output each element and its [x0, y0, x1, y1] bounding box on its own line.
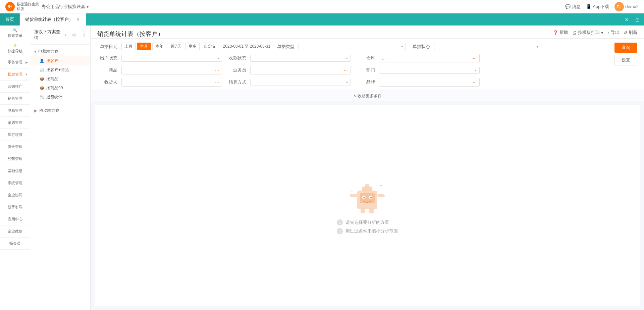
brand-dots-icon[interactable]: ··· — [473, 80, 477, 85]
panel-area: 按以下方案查询 + ⚙ 《 ▾ 电脑端方案 👤 按客户 📊 按客户+商品 📦 — [30, 25, 91, 310]
tab-bar-actions: ✕ ⊡ — [623, 15, 644, 23]
export-button[interactable]: ↑ 导出 — [607, 30, 620, 36]
header-title-arrow-icon[interactable]: ▾ — [87, 4, 89, 9]
sidebar-item-sales[interactable]: 销售管理 — [0, 93, 30, 105]
query-buttons: 查询 设置 — [614, 43, 637, 65]
receipt-status-arrow-icon: ▾ — [346, 56, 348, 60]
quick-nav-icon: ⚡ — [13, 44, 17, 48]
by-customer-icon: 👤 — [40, 59, 44, 63]
goods-dots-icon[interactable]: ··· — [215, 67, 219, 73]
print-button[interactable]: 🖨 按模板打印 ▾ — [572, 30, 603, 36]
content-area: 销货单统计表（按客户） ❓ 帮助 🖨 按模板打印 ▾ ↑ 导出 ↺ 刷新 — [91, 25, 644, 310]
panel-collapse-button[interactable]: 《 — [79, 32, 86, 38]
doc-type-select[interactable]: ▾ — [299, 43, 406, 50]
receiver-select[interactable]: ··· — [121, 78, 222, 87]
sidebar-item-retail[interactable]: 零售管理 ▶ — [0, 56, 30, 68]
refresh-button[interactable]: ↺ 刷新 — [624, 30, 637, 36]
date-btn-this-month[interactable]: 本月 — [137, 43, 151, 50]
sidebar-item-inventory[interactable]: 库存核算 — [0, 129, 30, 141]
svg-rect-6 — [350, 194, 357, 197]
brand-label: 品牌 — [355, 79, 375, 85]
search-menu-icon: 🔍 — [13, 28, 17, 33]
date-btn-more[interactable]: 更多 — [185, 43, 200, 50]
sidebar-item-operation[interactable]: 经营管理 — [0, 153, 30, 165]
sidebar-item-enterprise[interactable]: 企业协同 — [0, 189, 30, 201]
goods-select[interactable]: ··· — [121, 66, 222, 74]
tree-sub-item-return-stats[interactable]: 📉 退货统计 — [30, 93, 90, 102]
warehouse-dots-icon[interactable]: ··· — [473, 55, 477, 61]
svg-rect-11 — [365, 184, 369, 187]
tree-expand-icon: ▾ — [34, 49, 36, 54]
sidebar-item-basic[interactable]: 基础信息 — [0, 165, 30, 177]
date-btn-last-month[interactable]: 上月 — [121, 43, 136, 50]
date-label: 单据日期 — [97, 44, 117, 50]
tab-bar: 首页 销货单统计表（按客户） ✕ ✕ ⊡ — [0, 13, 644, 25]
chevron-right-icon: ▶ — [25, 61, 28, 64]
sidebar-item-appcenter[interactable]: 应用中心 — [0, 213, 30, 225]
message-icon: 💬 — [565, 4, 571, 9]
tab-sales-stats[interactable]: 销货单统计表（按客户） ✕ — [20, 13, 86, 25]
warehouse-select[interactable]: ... ··· — [379, 54, 480, 62]
collapse-icon: ∧ — [353, 93, 356, 99]
tree-sub-item-by-goods[interactable]: 📦 按商品 — [30, 74, 90, 84]
help-button[interactable]: ❓ 帮助 — [553, 30, 568, 36]
sidebar-item-ecommerce[interactable]: 电商管理 — [0, 105, 30, 117]
top-header: 好 畅捷通好生意 标版 办公用品行业模拟账套 ▾ 💬 消息 📱 App下载 Ea… — [0, 0, 644, 13]
user-menu-button[interactable]: Ea demo2 — [614, 2, 639, 11]
dept-arrow-icon: ▾ — [475, 68, 477, 72]
app-download-button[interactable]: 📱 App下载 — [586, 4, 609, 10]
sidebar-item-newbie[interactable]: 新手引导 — [0, 201, 30, 213]
tree-collapse-icon: ▶ — [34, 108, 37, 113]
receiver-label: 收货人 — [97, 79, 117, 85]
sidebar-item-wholesale[interactable]: 批发管理 ▼ — [0, 68, 30, 81]
filter-row-1: 单据日期 上月 本月 本年 近7天 更多 自定义 2023-03-01 至 20… — [97, 43, 610, 50]
tab-restore-button[interactable]: ⊡ — [633, 15, 641, 23]
tree-item-mobile[interactable]: ▶ 移动端方案 — [30, 106, 90, 115]
date-btn-last-7[interactable]: 近7天 — [168, 43, 184, 50]
query-button[interactable]: 查询 — [614, 43, 637, 53]
svg-rect-10 — [362, 187, 372, 191]
tab-close-icon[interactable]: ✕ — [75, 17, 80, 22]
brand-select[interactable]: ··· — [379, 78, 480, 87]
sidebar-item-finance[interactable]: 资金管理 — [0, 141, 30, 153]
message-button[interactable]: 💬 消息 — [565, 4, 581, 10]
date-btn-this-year[interactable]: 本年 — [152, 43, 166, 50]
tab-close-all-button[interactable]: ✕ — [623, 15, 631, 23]
salesman-label: 业务员 — [226, 67, 246, 73]
receiver-dots-icon[interactable]: ··· — [215, 80, 219, 85]
panel-add-button[interactable]: + — [62, 32, 69, 38]
tree-item-desktop[interactable]: ▾ 电脑端方案 — [30, 47, 90, 56]
settlement-label: 结算方式 — [226, 79, 246, 85]
sidebar-item-vip[interactable]: 畅会员 — [0, 238, 30, 250]
filter-row-4: 收货人 ··· 结算方式 ▾ 品牌 ··· — [97, 78, 610, 87]
tree-sub-item-by-customer[interactable]: 👤 按客户 — [30, 56, 90, 65]
out-status-select[interactable]: ▾ — [121, 55, 222, 62]
empty-tips: 1 请先选择要分析的方案 2 用过滤条件来缩小分析范围 — [337, 219, 398, 234]
sidebar: 🔍 搜索菜单 ⚡ 快捷导航 零售管理 ▶ 批发管理 ▼ 营销推广 销售管理 电商… — [0, 25, 30, 310]
tree-sub-item-by-customer-goods[interactable]: 📊 按客户+商品 — [30, 65, 90, 74]
panel-settings-button[interactable]: ⚙ — [71, 32, 77, 38]
dept-select[interactable]: ▾ — [379, 67, 480, 74]
tree-section-mobile: ▶ 移动端方案 — [30, 104, 90, 117]
collapse-more-button[interactable]: ∧ 收起更多条件 — [91, 91, 644, 101]
print-arrow-icon: ▾ — [601, 30, 603, 35]
tree-sub-item-by-goods-99[interactable]: 📦 按商品99 — [30, 84, 90, 93]
page-header-actions: ❓ 帮助 🖨 按模板打印 ▾ ↑ 导出 ↺ 刷新 — [553, 30, 638, 38]
sidebar-item-system[interactable]: 系统管理 — [0, 177, 30, 189]
filter-settings-button[interactable]: 设置 — [614, 55, 637, 65]
sidebar-item-wechat[interactable]: 企业微信 — [0, 225, 30, 238]
header-left: 好 畅捷通好生意 标版 办公用品行业模拟账套 ▾ — [5, 2, 89, 11]
sidebar-item-quick-nav[interactable]: ⚡ 快捷导航 — [0, 41, 30, 56]
filter-row-2: 出库状态 ▾ 收款状态 ▾ 仓库 ... ··· — [97, 54, 610, 62]
filter-fields: 单据日期 上月 本月 本年 近7天 更多 自定义 2023-03-01 至 20… — [97, 43, 610, 87]
sidebar-item-purchase[interactable]: 采购管理 — [0, 117, 30, 129]
receipt-status-select[interactable]: ▾ — [250, 55, 351, 62]
date-btn-custom[interactable]: 自定义 — [201, 43, 219, 50]
tab-home[interactable]: 首页 — [0, 13, 20, 25]
sidebar-item-search[interactable]: 🔍 搜索菜单 — [0, 25, 30, 41]
settlement-select[interactable]: ▾ — [250, 79, 351, 86]
salesman-select[interactable]: ··· — [250, 66, 351, 74]
sidebar-item-marketing[interactable]: 营销推广 — [0, 81, 30, 93]
doc-status-select[interactable]: ▾ — [434, 43, 541, 50]
salesman-dots-icon[interactable]: ··· — [344, 67, 348, 73]
